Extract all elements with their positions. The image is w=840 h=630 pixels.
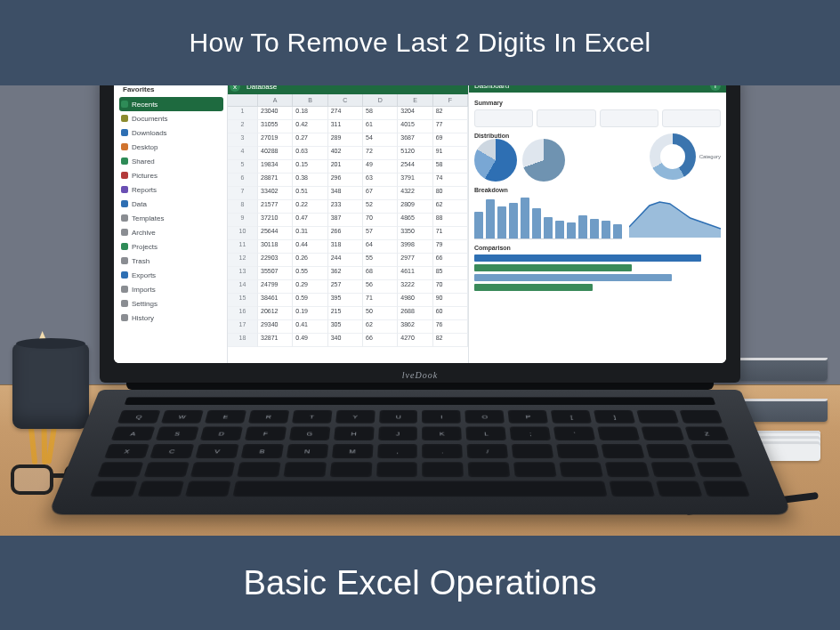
- sidebar-item[interactable]: Templates: [119, 211, 223, 225]
- cell[interactable]: 62: [363, 320, 398, 334]
- cell[interactable]: 395: [328, 294, 363, 307]
- cell[interactable]: 69: [433, 133, 468, 147]
- row-number[interactable]: 17: [228, 320, 258, 334]
- cell[interactable]: 38461: [258, 294, 293, 307]
- cell[interactable]: 19834: [258, 160, 293, 174]
- cell[interactable]: 91: [433, 147, 468, 160]
- sidebar-item[interactable]: Pictures: [119, 168, 223, 182]
- column-header[interactable]: E: [398, 94, 432, 106]
- cell[interactable]: 54: [363, 133, 398, 147]
- cell[interactable]: 311: [328, 120, 363, 133]
- sidebar-item[interactable]: History: [119, 311, 223, 325]
- table-row[interactable]: 8215770.2223352280962: [228, 200, 468, 214]
- cell[interactable]: 37210: [258, 214, 293, 227]
- cell[interactable]: 33402: [258, 187, 293, 200]
- cell[interactable]: 4865: [398, 214, 432, 227]
- column-header[interactable]: [228, 94, 258, 106]
- cell[interactable]: 20612: [258, 307, 293, 320]
- cell[interactable]: 52: [363, 200, 398, 214]
- cell[interactable]: 233: [328, 200, 363, 214]
- cell[interactable]: 0.31: [293, 227, 327, 240]
- cell[interactable]: 60: [433, 307, 468, 320]
- cell[interactable]: 88: [433, 214, 468, 227]
- sidebar-item[interactable]: Desktop: [119, 140, 223, 154]
- table-row[interactable]: 18328710.4934066427082: [228, 334, 468, 347]
- cell[interactable]: 0.51: [293, 187, 327, 200]
- row-number[interactable]: 6: [228, 174, 258, 187]
- cell[interactable]: 72: [363, 147, 398, 160]
- cell[interactable]: 2809: [398, 200, 432, 214]
- sidebar-item[interactable]: Data: [119, 197, 223, 211]
- cell[interactable]: 28871: [258, 174, 293, 187]
- cell[interactable]: 24799: [258, 280, 293, 294]
- cell[interactable]: 4980: [398, 294, 432, 307]
- row-number[interactable]: 3: [228, 133, 258, 147]
- cell[interactable]: 4270: [398, 334, 432, 347]
- row-number[interactable]: 18: [228, 334, 258, 347]
- cell[interactable]: 58: [363, 107, 398, 120]
- cell[interactable]: 55: [363, 254, 398, 267]
- cell[interactable]: 0.27: [293, 133, 327, 147]
- table-row[interactable]: 15384610.5939571498090: [228, 294, 468, 307]
- table-row[interactable]: 10256440.3126657335071: [228, 227, 468, 240]
- row-number[interactable]: 5: [228, 160, 258, 174]
- cell[interactable]: 3998: [398, 240, 432, 254]
- row-number[interactable]: 8: [228, 200, 258, 214]
- cell[interactable]: 70: [363, 214, 398, 227]
- row-number[interactable]: 2: [228, 120, 258, 133]
- row-number[interactable]: 7: [228, 187, 258, 200]
- cell[interactable]: 23040: [258, 107, 293, 120]
- row-number[interactable]: 4: [228, 147, 258, 160]
- cell[interactable]: 40288: [258, 147, 293, 160]
- sidebar-item[interactable]: Exports: [119, 268, 223, 282]
- column-header[interactable]: F: [433, 94, 468, 106]
- cell[interactable]: 68: [363, 267, 398, 280]
- cell[interactable]: 4322: [398, 187, 432, 200]
- cell[interactable]: 318: [328, 240, 363, 254]
- cell[interactable]: 31055: [258, 120, 293, 133]
- sidebar-item[interactable]: Projects: [119, 239, 223, 254]
- cell[interactable]: 30118: [258, 240, 293, 254]
- cell[interactable]: 0.49: [293, 334, 327, 347]
- cell[interactable]: 215: [328, 307, 363, 320]
- sidebar-item[interactable]: Settings: [119, 296, 223, 311]
- cell[interactable]: 0.38: [293, 174, 327, 187]
- cell[interactable]: 21577: [258, 200, 293, 214]
- cell[interactable]: 0.18: [293, 107, 327, 120]
- cell[interactable]: 274: [328, 107, 363, 120]
- cell[interactable]: 2544: [398, 160, 432, 174]
- cell[interactable]: 201: [328, 160, 363, 174]
- table-row[interactable]: 13355070.5536268461185: [228, 267, 468, 280]
- cell[interactable]: 0.29: [293, 280, 327, 294]
- sidebar-item[interactable]: Imports: [119, 282, 223, 296]
- row-number[interactable]: 10: [228, 227, 258, 240]
- table-row[interactable]: 5198340.1520149254458: [228, 160, 468, 174]
- cell[interactable]: 257: [328, 280, 363, 294]
- cell[interactable]: 66: [433, 254, 468, 267]
- table-row[interactable]: 11301180.4431864399879: [228, 240, 468, 254]
- cell[interactable]: 3350: [398, 227, 432, 240]
- cell[interactable]: 50: [363, 307, 398, 320]
- cell[interactable]: 266: [328, 227, 363, 240]
- cell[interactable]: 76: [433, 320, 468, 334]
- cell[interactable]: 49: [363, 160, 398, 174]
- table-row[interactable]: 2310550.4231161401577: [228, 120, 468, 133]
- cell[interactable]: 0.47: [293, 214, 327, 227]
- cell[interactable]: 3687: [398, 133, 432, 147]
- row-number[interactable]: 11: [228, 240, 258, 254]
- cell[interactable]: 0.26: [293, 254, 327, 267]
- column-header[interactable]: B: [293, 94, 327, 106]
- cell[interactable]: 66: [363, 334, 398, 347]
- cell[interactable]: 70: [433, 280, 468, 294]
- cell[interactable]: 64: [363, 240, 398, 254]
- cell[interactable]: 0.44: [293, 240, 327, 254]
- table-row[interactable]: 16206120.1921550268860: [228, 307, 468, 320]
- cell[interactable]: 29340: [258, 320, 293, 334]
- cell[interactable]: 244: [328, 254, 363, 267]
- cell[interactable]: 22903: [258, 254, 293, 267]
- cell[interactable]: 402: [328, 147, 363, 160]
- cell[interactable]: 3862: [398, 320, 432, 334]
- cell[interactable]: 387: [328, 214, 363, 227]
- cell[interactable]: 0.59: [293, 294, 327, 307]
- cell[interactable]: 5120: [398, 147, 432, 160]
